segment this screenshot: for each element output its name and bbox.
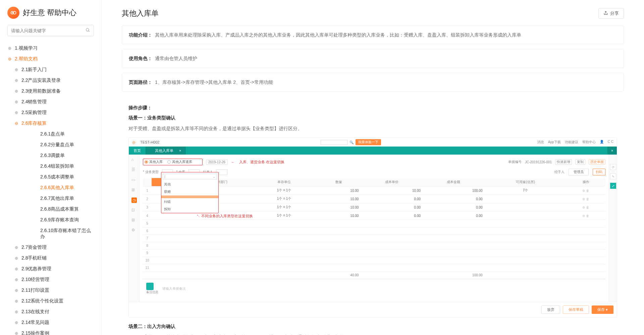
ss-top-link[interactable]: 帮助中心 bbox=[582, 140, 596, 145]
scene1-text: 对于受赠、盘盈或是拆装入库等不同的业务，是通过单据头【业务类型】进行区分。 bbox=[128, 124, 617, 133]
ss-chip[interactable]: 历史单据 bbox=[589, 159, 605, 165]
ss-top-link[interactable]: App下载 bbox=[548, 140, 561, 145]
scene2-text1: 无论是受赠，还是其他类型的业务，由于入库商品质量等原因，需要退回，这时可通过单据… bbox=[128, 333, 617, 335]
ss-tab-home[interactable]: 首页 bbox=[129, 147, 146, 155]
ss-memo-row: 备注信息 请输入单据备注 bbox=[143, 279, 605, 298]
nav-item-2-4[interactable]: ⊕2.4销售管理 bbox=[7, 97, 101, 107]
search-icon[interactable] bbox=[86, 28, 90, 34]
ss-logo-icon: ◎ bbox=[132, 140, 136, 144]
info-path: 页面路径：1、库存核算->库存管理->其他入库单 2、首页->常用功能 bbox=[122, 73, 624, 92]
ss-biztype-dropdown: |⌄ 其他 获赠 纠错 拆卸 bbox=[161, 172, 219, 213]
ss-save-button[interactable]: 保存 ▾ bbox=[592, 305, 613, 314]
ss-nav-icon[interactable]: ⚙ bbox=[131, 228, 137, 233]
ss-nav-icon[interactable]: ⊡ bbox=[131, 208, 137, 213]
page-title: 其他入库单 bbox=[122, 8, 159, 18]
nav-item-2-2[interactable]: ⊕2.2产品安装及登录 bbox=[7, 75, 101, 86]
nav-item-2-6-10[interactable]: 2.6.10库存账本错了怎么办 bbox=[20, 225, 101, 242]
ss-nav-icon[interactable]: ▭ bbox=[131, 177, 137, 183]
ss-radio-return[interactable]: 其他入库退库 bbox=[167, 160, 192, 164]
ss-avatar-icon: 👤 bbox=[600, 140, 604, 145]
minus-icon: ⊖ bbox=[7, 57, 12, 61]
nav-item-2-6[interactable]: ⊖2.6库存核算 bbox=[7, 118, 101, 129]
table-row: 8 bbox=[143, 242, 605, 249]
ss-dd-item[interactable] bbox=[161, 196, 218, 198]
nav-item-2-15[interactable]: ⊕2.15操作案例 bbox=[7, 328, 101, 335]
nav-item-2-8[interactable]: ⊕2.8手机旺铺 bbox=[7, 253, 101, 264]
ss-chip[interactable]: 复制 bbox=[575, 159, 585, 165]
scene2-title: 场景二：出入方向确认 bbox=[128, 324, 617, 330]
search-input[interactable] bbox=[11, 28, 86, 33]
nav-item-2-6-1[interactable]: 2.6.1盘点单 bbox=[20, 129, 101, 139]
nav-item-2-14[interactable]: ⊕2.14常见问题 bbox=[7, 317, 101, 328]
nav-item-2-6-7[interactable]: 2.6.7其他出库单 bbox=[20, 193, 101, 204]
arrow-icon: ↖ bbox=[197, 214, 200, 218]
nav-item-2-13[interactable]: ⊕2.13在线支付 bbox=[7, 306, 101, 317]
nav-item-2-6-3[interactable]: 2.6.3调拨单 bbox=[20, 150, 101, 161]
ss-rail-icon[interactable]: ⟳ bbox=[610, 164, 616, 170]
nav-item-2-5[interactable]: ⊕2.5采购管理 bbox=[7, 107, 101, 118]
ss-nav-icon[interactable]: ⊞ bbox=[131, 187, 137, 193]
ss-nav-icon-active[interactable]: ◷ bbox=[131, 198, 137, 203]
ss-cta-button[interactable]: 我要体验一下 bbox=[356, 139, 381, 145]
ss-nav-icon[interactable]: ☰ bbox=[131, 167, 137, 173]
nav-item-2-6-5[interactable]: 2.6.5成本调整单 bbox=[20, 172, 101, 182]
nav-item-2-9[interactable]: ⊕2.9优惠券管理 bbox=[7, 264, 101, 274]
nav-item-2-12[interactable]: ⊕2.12系统个性化设置 bbox=[7, 296, 101, 306]
nav-item-2-6-6[interactable]: 2.6.6其他入库单 bbox=[20, 182, 101, 193]
ss-dd-item[interactable]: 获赠 bbox=[161, 188, 218, 196]
ss-left-rail: ⌂ ☰ ▭ ⊞ ◷ ⊡ ⊞ ⚙ bbox=[129, 155, 140, 302]
plus-icon: ⊕ bbox=[14, 267, 19, 271]
table-row: 9 bbox=[143, 249, 605, 257]
ss-chip[interactable]: 快速新增 bbox=[555, 159, 572, 165]
nav-item-2-6-2[interactable]: 2.6.2分量盘点单 bbox=[20, 139, 101, 150]
share-button[interactable]: 分享 bbox=[598, 8, 624, 19]
ss-top-link[interactable]: 消息 bbox=[537, 140, 544, 145]
nav-item-2-11[interactable]: ⊕2.11打印设置 bbox=[7, 285, 101, 296]
ss-tab-current[interactable]: 其他入库单 × bbox=[146, 147, 186, 155]
nav-item-2-1[interactable]: ⊕2.1新手入门 bbox=[7, 64, 101, 75]
table-row-total: 40.00100.00 bbox=[143, 272, 605, 279]
ss-rail-icon[interactable]: ⤢ bbox=[610, 183, 616, 189]
ss-nav-icon[interactable]: ⊞ bbox=[131, 218, 137, 223]
nav-item-video[interactable]: ⊕1.视频学习 bbox=[0, 43, 101, 54]
ss-annotation: 入库、退货业务 在这里切换 bbox=[239, 160, 284, 165]
ss-right-rail: ⟳ ✎ ⤢ bbox=[609, 155, 617, 302]
plus-icon: ⊕ bbox=[14, 245, 19, 250]
nav-item-2-6-8[interactable]: 2.6.8商品成本重算 bbox=[20, 204, 101, 215]
chevron-down-icon: ⌄ bbox=[213, 175, 215, 178]
ss-dd-item[interactable]: 其他 bbox=[161, 181, 218, 188]
scene1-title: 场景一：业务类型确认 bbox=[128, 115, 617, 121]
ss-type-radio-group: 其他入库 其他入库退库 bbox=[143, 159, 203, 165]
ss-scan-button[interactable]: 扫码 bbox=[593, 169, 605, 175]
brand-title: 好生意 帮助中心 bbox=[23, 8, 76, 18]
ss-radio-in[interactable]: 其他入库 bbox=[145, 160, 163, 164]
ss-memo-input[interactable]: 请输入单据备注 bbox=[162, 286, 602, 291]
ss-date[interactable]: 2019-12-26 bbox=[206, 160, 228, 165]
ss-tab-close-icon[interactable]: × bbox=[607, 147, 617, 155]
svg-point-3 bbox=[86, 28, 89, 31]
nav-item-2-10[interactable]: ⊕2.10经营管理 bbox=[7, 274, 101, 285]
plus-icon: ⊕ bbox=[14, 78, 19, 83]
table-row: 6 bbox=[143, 227, 605, 235]
nav-item-2-3[interactable]: ⊕2.3使用前数据准备 bbox=[7, 86, 101, 97]
ss-footer: 放弃 保存草稿 保存 ▾ bbox=[129, 302, 617, 317]
ss-save-draft-button[interactable]: 保存草稿 bbox=[563, 305, 589, 314]
arrow-icon: ← bbox=[231, 160, 234, 164]
plus-icon: ⊕ bbox=[14, 288, 19, 293]
ss-cancel-button[interactable]: 放弃 bbox=[541, 305, 560, 314]
nav-item-2-6-9[interactable]: 2.6.9库存账本查询 bbox=[20, 215, 101, 225]
steps-title: 操作步骤： bbox=[128, 105, 617, 111]
ss-nav-icon[interactable]: ⌂ bbox=[131, 157, 137, 163]
ss-rail-icon[interactable]: ✎ bbox=[610, 173, 616, 179]
memo-icon bbox=[146, 283, 154, 290]
ss-top-link[interactable]: 功能建议 bbox=[565, 140, 578, 145]
plus-icon: ⊕ bbox=[7, 46, 12, 51]
ss-top-search[interactable] bbox=[321, 140, 347, 145]
plus-icon: ⊕ bbox=[14, 100, 19, 104]
nav-item-docs[interactable]: ⊖2.帮助文档 bbox=[0, 54, 101, 64]
nav-item-2-6-4[interactable]: 2.6.4组装拆卸单 bbox=[20, 161, 101, 172]
ss-dd-item[interactable]: 拆卸 bbox=[161, 206, 218, 213]
nav-item-2-7[interactable]: ⊕2.7资金管理 bbox=[7, 242, 101, 253]
ss-dd-item[interactable]: 纠错 bbox=[161, 198, 218, 206]
table-row: 7 bbox=[143, 235, 605, 242]
